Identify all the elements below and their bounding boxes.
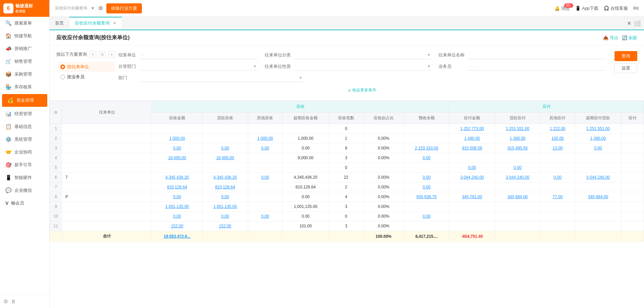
row-ap-overdue[interactable]: 345,684.00 bbox=[575, 192, 622, 202]
row-ap-loan[interactable] bbox=[495, 153, 540, 163]
partner-name-input[interactable] bbox=[469, 52, 604, 57]
row-ar-other[interactable]: 0.00 bbox=[248, 212, 282, 221]
row-ap-amount[interactable] bbox=[449, 221, 495, 231]
tab-close-all-icon[interactable]: ✕ bbox=[627, 20, 631, 27]
scheme-by-partner[interactable]: 按往来单位 bbox=[58, 62, 115, 72]
row-ap-loan[interactable] bbox=[495, 221, 540, 231]
tab-close-icon[interactable]: ✕ bbox=[113, 21, 116, 26]
row-ap-amount[interactable]: 1,252,773.00 bbox=[449, 124, 495, 134]
query-btn[interactable]: 查询 bbox=[614, 51, 637, 61]
row-ar-amount[interactable] bbox=[152, 124, 203, 134]
sidebar-settings-icon[interactable]: ⚙ bbox=[3, 298, 8, 305]
row-ap-loan[interactable]: 3,044,240.00 bbox=[495, 173, 540, 182]
row-ar-prepay[interactable]: 655,636.75 bbox=[404, 192, 449, 202]
row-ap-other[interactable]: 0.00 bbox=[540, 173, 575, 182]
row-ar-prepay[interactable]: 2,153,333.00 bbox=[404, 143, 449, 153]
row-ap-amount[interactable]: 915,508.56 bbox=[449, 143, 495, 153]
sidebar-item-quicknav[interactable]: 🏠 快捷导航 bbox=[0, 30, 49, 42]
sidebar-item-newbie[interactable]: 🎯 新手引导 bbox=[0, 159, 49, 171]
messages-btn[interactable]: 🔔 消息 99+ bbox=[554, 5, 570, 11]
row-ar-other[interactable]: 0.00 bbox=[248, 173, 282, 182]
row-ar-prepay[interactable] bbox=[404, 221, 449, 231]
tab-expand-icon[interactable]: ⬜ bbox=[634, 20, 641, 27]
row-ap-other[interactable] bbox=[540, 221, 575, 231]
row-ap-amount[interactable] bbox=[449, 202, 495, 212]
tab-home[interactable]: 首页 bbox=[50, 17, 69, 29]
row-ar-amount[interactable]: 1,001,135.00 bbox=[152, 202, 203, 212]
sidebar-item-search[interactable]: 🔍 搜索菜单 bbox=[0, 17, 49, 30]
row-ap-other[interactable] bbox=[540, 212, 575, 221]
scheme-by-salesperson[interactable]: 按业务员 bbox=[58, 72, 115, 82]
sidebar-item-operation[interactable]: 📊 经营管理 bbox=[0, 107, 49, 120]
row-ap-overdue[interactable]: 1,251,551.00 bbox=[575, 124, 622, 134]
row-ar-amount[interactable]: 0.00 bbox=[152, 192, 203, 202]
row-ar-loan[interactable] bbox=[202, 124, 248, 134]
department-input[interactable] bbox=[141, 75, 299, 80]
dept-managed-input[interactable] bbox=[141, 64, 253, 69]
row-ar-loan[interactable]: 1,001,135.00 bbox=[202, 202, 248, 212]
refresh-btn[interactable]: 🔄 刷新 bbox=[622, 35, 637, 41]
tab-arquery[interactable]: 应收应付余额查询 ✕ bbox=[69, 17, 122, 29]
row-ar-loan[interactable]: 18,000.00 bbox=[202, 153, 248, 163]
dropdown-arrow-icon[interactable]: ▼ bbox=[91, 6, 95, 11]
row-ar-loan[interactable]: 0.00 bbox=[202, 192, 248, 202]
row-ap-other[interactable]: 1,222.00 bbox=[540, 124, 575, 134]
sidebar-item-coop[interactable]: 🤝 企业协同 bbox=[0, 146, 49, 159]
row-ap-amount[interactable]: 1,490.00 bbox=[449, 134, 495, 143]
row-ap-overdue[interactable] bbox=[575, 221, 622, 231]
sidebar-item-wechat[interactable]: 💬 企业微信 bbox=[0, 184, 49, 197]
row-ap-amount[interactable]: 345,761.00 bbox=[449, 192, 495, 202]
row-ap-loan[interactable]: 1,390.00 bbox=[495, 134, 540, 143]
row-ar-prepay[interactable]: 0.00 bbox=[404, 153, 449, 163]
row-ap-other[interactable] bbox=[540, 182, 575, 192]
filter-settings-btn[interactable]: ⊙ bbox=[99, 51, 106, 58]
row-ap-loan[interactable] bbox=[495, 202, 540, 212]
row-ap-overdue[interactable]: 3,044,240.00 bbox=[575, 173, 622, 182]
row-ap-overdue[interactable] bbox=[575, 153, 622, 163]
row-ap-loan[interactable] bbox=[495, 212, 540, 221]
filter-collapse-btn[interactable]: ∧ 收起更多条件 bbox=[346, 85, 378, 95]
sidebar-item-inventory[interactable]: 🏪 库存核算 bbox=[0, 81, 49, 93]
row-ar-loan[interactable] bbox=[202, 134, 248, 143]
row-ar-prepay[interactable]: 0.00 bbox=[404, 182, 449, 192]
row-ar-other[interactable]: 0.00 bbox=[248, 143, 282, 153]
sidebar-item-marketing[interactable]: 📣 营销推广 bbox=[0, 42, 49, 55]
row-ar-other[interactable] bbox=[248, 202, 282, 212]
row-ap-other[interactable] bbox=[540, 202, 575, 212]
trial-btn[interactable]: 体验行业方案 bbox=[106, 3, 142, 13]
row-ap-amount[interactable] bbox=[449, 182, 495, 192]
row-ar-amount[interactable] bbox=[152, 163, 203, 173]
row-ar-other[interactable]: 1,000.00 bbox=[248, 134, 282, 143]
row-ap-overdue[interactable] bbox=[575, 202, 622, 212]
row-ar-prepay[interactable]: 0.00 bbox=[404, 212, 449, 221]
row-ar-prepay[interactable] bbox=[404, 202, 449, 212]
online-service-btn[interactable]: 🎧 在线客服 bbox=[604, 5, 628, 11]
sidebar-item-vip[interactable]: V 畅会员 bbox=[0, 197, 49, 210]
row-ap-loan[interactable]: 915,495.56 bbox=[495, 143, 540, 153]
row-ar-amount[interactable]: 152.00 bbox=[152, 221, 203, 231]
export-btn[interactable]: 📤 导出 bbox=[603, 35, 619, 41]
row-ap-other[interactable]: 100.00 bbox=[540, 134, 575, 143]
row-ap-overdue[interactable]: 0.00 bbox=[575, 143, 622, 153]
row-ar-prepay[interactable]: 0.00 bbox=[404, 173, 449, 182]
row-ap-other[interactable] bbox=[540, 163, 575, 173]
row-ap-overdue[interactable] bbox=[575, 163, 622, 173]
row-ap-other[interactable] bbox=[540, 153, 575, 163]
row-ar-amount[interactable]: 4,345,436.20 bbox=[152, 173, 203, 182]
row-ap-amount[interactable] bbox=[449, 153, 495, 163]
row-ap-loan[interactable]: 0.00 bbox=[495, 163, 540, 173]
filter-collapse-left-btn[interactable]: « bbox=[108, 51, 115, 58]
row-ar-loan[interactable]: 810,126.64 bbox=[202, 182, 248, 192]
sidebar-collapse-icon[interactable]: ⏸ bbox=[11, 299, 16, 305]
row-ar-loan[interactable] bbox=[202, 163, 248, 173]
row-ar-other[interactable] bbox=[248, 192, 282, 202]
header-gear-icon[interactable]: ⚙ bbox=[98, 5, 103, 11]
row-ap-overdue[interactable] bbox=[575, 182, 622, 192]
row-ar-amount[interactable]: 0.00 bbox=[152, 212, 203, 221]
row-ar-other[interactable] bbox=[248, 163, 282, 173]
row-ap-overdue[interactable]: 1,390.00 bbox=[575, 134, 622, 143]
sidebar-item-sales[interactable]: 🛒 销售管理 bbox=[0, 55, 49, 68]
row-ar-prepay[interactable] bbox=[404, 163, 449, 173]
sidebar-item-smart[interactable]: 📱 智能硬件 bbox=[0, 171, 49, 184]
sidebar-item-basic[interactable]: 📋 基础信息 bbox=[0, 120, 49, 133]
